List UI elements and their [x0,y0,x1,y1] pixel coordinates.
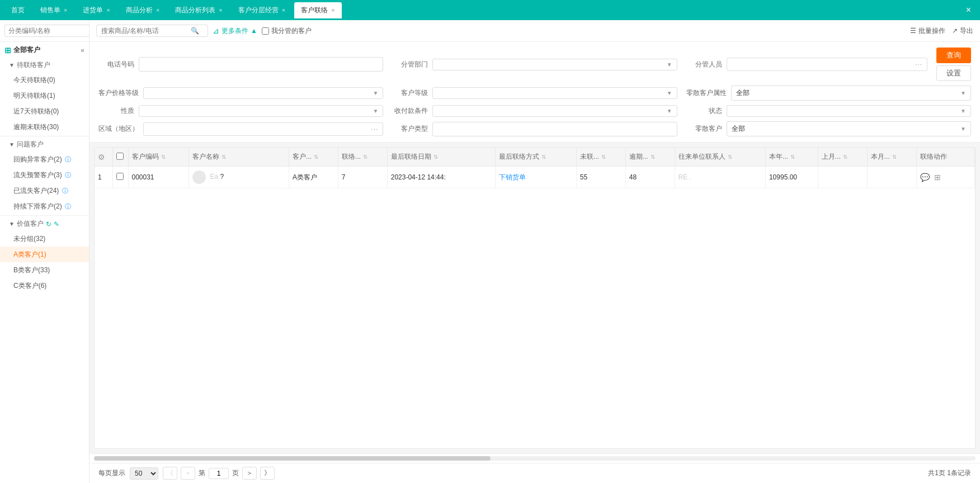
last-page-btn[interactable]: 》 [260,467,275,480]
sidebar-item-today[interactable]: 今天待联络(0) [0,72,89,88]
scrollbar-thumb[interactable] [94,456,491,461]
my-customer-check[interactable]: 我分管的客户 [262,26,312,36]
search-input[interactable] [101,27,191,35]
sidebar-group-value[interactable]: ▼ 价值客户 ↻ ✎ [0,217,89,231]
nav-product-analysis[interactable]: 商品分析 × [119,2,166,18]
filter-status-select[interactable]: ▼ [727,105,971,117]
filter-retail-select[interactable]: 全部 ▼ [727,121,971,136]
sidebar-item-7days[interactable]: 近7天待联络(0) [0,103,89,119]
value-arrow: ▼ [9,221,15,227]
next-page-btn[interactable]: ＞ [242,467,257,480]
col-contact-sort[interactable]: ⇅ [363,154,368,160]
col-name-sort[interactable]: ⇅ [222,154,226,160]
batch-op-btn[interactable]: ☰ 批量操作 [910,26,945,36]
sidebar-item-overdue[interactable]: 逾期未联络(30) [0,119,89,135]
nav-sales[interactable]: 销售单 × [34,2,74,18]
col-last-method-sort[interactable]: ⇅ [541,154,546,160]
sidebar-item-today-label: 今天待联络(0) [13,76,55,84]
nav-customer-segment-close[interactable]: × [282,7,285,13]
filter-manager-select[interactable]: ··· [727,58,927,71]
filter-retail-arrow: ▼ [960,126,966,132]
col-last-month: 上月... ⇅ [818,148,867,167]
sidebar-search-input[interactable] [4,25,89,37]
row-checkbox[interactable] [116,173,124,180]
nav-customer-contact-close[interactable]: × [331,7,334,13]
col-this-year-sort[interactable]: ⇅ [790,154,795,160]
prev-page-btn[interactable]: ＜ [181,467,195,480]
sidebar-group-pending[interactable]: ▼ 待联络客户 [0,58,89,72]
filter-region-select[interactable]: ··· [143,122,383,136]
filter-phone-label: 电话号码 [98,60,134,69]
chat-icon[interactable]: 💬 [920,173,930,182]
sidebar-item-class-a[interactable]: A类客户(1) [0,247,89,262]
row-name: Ea ? [189,167,289,188]
filter-retail-attr-select[interactable]: 全部 ▼ [731,86,971,101]
my-customer-checkbox[interactable] [262,27,269,35]
value-refresh-icon[interactable]: ↻ [46,220,51,228]
filter-btn[interactable]: ⊿ 更多条件 ▲ [213,26,257,36]
row-this-month [867,167,916,188]
sidebar-collapse-icon[interactable]: « [81,46,84,54]
select-all-checkbox[interactable] [116,153,124,160]
filter-customer-level-select[interactable]: ▼ [432,87,677,99]
table-row: 1 000031 Ea ? [95,167,975,188]
page-number-input[interactable] [209,468,229,479]
nav-sales-close[interactable]: × [64,7,67,13]
row-index: 1 [95,167,112,188]
sidebar-item-class-c[interactable]: C类客户(6) [0,278,89,293]
sidebar-item-tomorrow[interactable]: 明天待联络(1) [0,88,89,103]
col-uncontacted-sort[interactable]: ⇅ [601,154,606,160]
row-last-method-link[interactable]: 下销货单 [499,173,526,181]
top-nav: 首页 销售单 × 进货单 × 商品分析 × 商品分析列表 × 客户分层经营 × … [0,0,980,20]
col-overdue-sort[interactable]: ⇅ [651,154,655,160]
settings-btn[interactable]: 设置 [936,65,971,81]
filter-payment-select[interactable]: ▼ [432,105,677,117]
sidebar-item-unclassified[interactable]: 未分组(32) [0,231,89,247]
query-btn[interactable]: 查询 [936,48,971,63]
col-contact-label: 联络... [342,152,361,162]
filter-customer-type-input[interactable] [432,122,677,136]
col-name: 客户名称 ⇅ [189,148,289,167]
search-icon[interactable]: 🔍 [191,27,199,35]
filter-region-dots: ··· [371,125,378,133]
page-size-select[interactable]: 10 20 50 100 [130,467,158,480]
export-btn[interactable]: ↗ 导出 [952,26,973,36]
sidebar-group-problem[interactable]: ▼ 问题客户 [0,138,89,151]
col-this-month-sort[interactable]: ⇅ [892,154,897,160]
nav-customer-segment[interactable]: 客户分层经营 × [232,2,292,18]
sidebar-item-repurchase[interactable]: 回购异常客户(2) ⓘ [0,151,89,167]
filter-retail-label: 零散客户 [686,124,722,134]
value-edit-icon[interactable]: ✎ [54,220,59,228]
filter-nature-select[interactable]: ▼ [139,105,383,117]
col-code-sort[interactable]: ⇅ [161,154,166,160]
sidebar-item-churned[interactable]: 已流失客户(24) ⓘ [0,183,89,198]
col-checkbox [112,148,128,167]
filter-dept-select[interactable]: ▼ [432,59,677,70]
col-type-sort[interactable]: ⇅ [314,154,318,160]
nav-product-analysis-close[interactable]: × [156,7,159,13]
gear-icon[interactable]: ⚙ [98,153,105,162]
filter-price-level-label: 客户价格等级 [98,88,139,98]
all-customers-header[interactable]: ⊞ 全部客户 « [0,42,89,58]
page-navigation: 《 ＜ 第 页 ＞ 》 [163,467,275,480]
sidebar-item-churn-warning[interactable]: 流失预警客户(3) ⓘ [0,167,89,183]
filter-row-phone: 电话号码 [98,48,383,81]
sidebar-item-class-b[interactable]: B类客户(33) [0,262,89,278]
sidebar-item-declining[interactable]: 持续下滑客户(2) ⓘ [0,198,89,214]
filter-phone-input[interactable] [139,57,383,72]
nav-home[interactable]: 首页 [4,2,31,18]
col-last-date-sort[interactable]: ⇅ [434,154,438,160]
nav-product-list-close[interactable]: × [219,7,222,13]
col-contact-person-sort[interactable]: ⇅ [728,154,732,160]
col-type-label: 客户... [293,152,312,162]
close-all-tabs[interactable]: × [962,3,976,17]
nav-product-list[interactable]: 商品分析列表 × [168,2,229,18]
col-last-method: 最后联络方式 ⇅ [496,148,576,167]
nav-purchase-close[interactable]: × [106,7,110,13]
nav-purchase[interactable]: 进货单 × [76,2,116,18]
col-last-month-sort[interactable]: ⇅ [843,154,847,160]
nav-customer-contact[interactable]: 客户联络 × [294,2,341,18]
grid-icon[interactable]: ⊞ [934,173,941,182]
first-page-btn[interactable]: 《 [163,467,177,480]
filter-price-level-select[interactable]: ▼ [143,87,383,99]
